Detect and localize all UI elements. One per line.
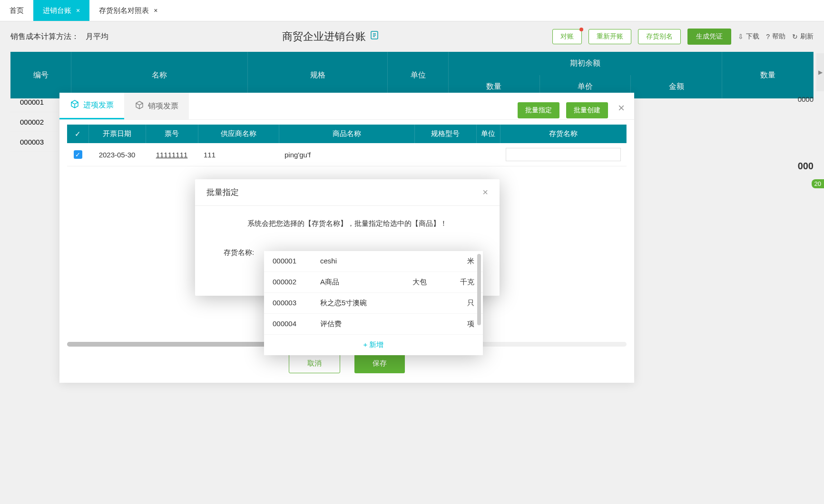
tab-outgoing-invoice[interactable]: 销项发票	[124, 93, 189, 119]
tab-home[interactable]: 首页	[0, 0, 33, 21]
dd-code: 000002	[273, 278, 320, 287]
cell-product: ping'gu'f	[279, 143, 414, 166]
dd-unit: 只	[451, 299, 474, 308]
plus-icon: +	[363, 340, 368, 349]
tab-incoming-invoice[interactable]: 进项发票	[59, 93, 124, 119]
stock-name-dropdown: 000001 ceshi 米 000002 A商品 大包 千克 000003 秋…	[264, 251, 483, 355]
modal-message: 系统会把您选择的【存货名称】，批量指定给选中的【商品】！	[195, 206, 500, 242]
cell-spec	[414, 143, 476, 166]
close-icon[interactable]: ×	[154, 7, 157, 14]
dropdown-item[interactable]: 000003 秋之恋5寸澳碗 只	[264, 293, 483, 314]
panel-footer: 取消 保存	[59, 354, 634, 373]
cube-icon	[135, 100, 144, 112]
dropdown-item[interactable]: 000004 评估费 项	[264, 314, 483, 335]
badge-20[interactable]: 20	[812, 179, 824, 188]
col-product: 商品名称	[279, 125, 414, 143]
dd-name: 秋之恋5寸澳碗	[320, 299, 412, 308]
dd-spec	[412, 257, 451, 266]
dd-unit: 千克	[451, 278, 474, 287]
cube-icon	[70, 99, 79, 111]
row-checkbox[interactable]: ✓	[74, 150, 82, 159]
dd-spec	[412, 299, 451, 308]
cell-supplier: 111	[198, 143, 279, 166]
scrollbar-thumb[interactable]	[67, 342, 291, 347]
dd-name: ceshi	[320, 257, 412, 266]
peek-value-0000: 0000	[798, 95, 814, 103]
tab-outgoing-label: 销项发票	[148, 101, 178, 111]
cell-invoice-no[interactable]: 11111111	[156, 151, 188, 159]
table-row[interactable]: 000003	[10, 132, 58, 152]
dd-unit: 米	[451, 257, 474, 266]
dd-name: 评估费	[320, 320, 412, 329]
col-check[interactable]: ✓	[67, 125, 88, 143]
invoice-table: ✓ 开票日期 票号 供应商名称 商品名称 规格型号 单位 存货名称 ✓ 2023…	[67, 125, 627, 166]
save-button[interactable]: 保存	[354, 354, 405, 373]
tab-ledger[interactable]: 进销台账 ×	[33, 0, 89, 21]
dd-spec	[412, 320, 451, 329]
col-stock-name: 存货名称	[500, 125, 627, 143]
col-invoice-no: 票号	[146, 125, 198, 143]
tab-alias-table[interactable]: 存货别名对照表 ×	[89, 0, 167, 21]
cell-unit	[476, 143, 500, 166]
dd-code: 000001	[273, 257, 320, 266]
alias-button[interactable]: 存货别名	[638, 29, 681, 44]
stock-name-input[interactable]	[506, 148, 621, 161]
dropdown-item[interactable]: 000001 ceshi 米	[264, 251, 483, 272]
col-supplier: 供应商名称	[198, 125, 279, 143]
batch-assign-button[interactable]: 批量指定	[518, 102, 559, 118]
dd-code: 000003	[273, 299, 320, 308]
cell-date: 2023-05-30	[88, 143, 146, 166]
dropdown-item[interactable]: 000002 A商品 大包 千克	[264, 272, 483, 293]
reopen-button[interactable]: 重新开账	[589, 29, 631, 44]
tab-incoming-label: 进项发票	[83, 100, 114, 110]
table-row[interactable]: 000002	[10, 112, 58, 132]
dd-name: A商品	[320, 278, 412, 287]
dd-unit: 项	[451, 320, 474, 329]
modal-title: 批量指定	[206, 187, 239, 198]
panel-actions: 批量指定 批量创建	[518, 102, 608, 118]
col-date: 开票日期	[88, 125, 146, 143]
dd-spec: 大包	[412, 278, 451, 287]
invoice-row[interactable]: ✓ 2023-05-30 11111111 111 ping'gu'f	[67, 143, 627, 166]
dropdown-scrollbar[interactable]	[477, 254, 481, 325]
peek-value-000: 000	[798, 161, 814, 172]
top-tabs: 首页 进销台账 × 存货别名对照表 ×	[0, 0, 824, 21]
side-rows: 000001 000002 000003	[10, 92, 58, 152]
col-spec: 规格型号	[414, 125, 476, 143]
tab-ledger-label: 进销台账	[43, 6, 71, 15]
scroll-right-button[interactable]: ▶	[816, 53, 824, 91]
cancel-button[interactable]: 取消	[289, 354, 340, 373]
tab-alias-label: 存货别名对照表	[99, 6, 149, 15]
add-label: 新增	[369, 340, 383, 349]
reconcile-button[interactable]: 对账	[552, 29, 582, 44]
close-icon[interactable]: ×	[76, 7, 80, 14]
dropdown-add-new[interactable]: + 新增	[264, 335, 483, 355]
table-row[interactable]: 000001	[10, 92, 58, 112]
batch-create-button[interactable]: 批量创建	[566, 102, 608, 118]
col-unit: 单位	[476, 125, 500, 143]
modal-close-icon[interactable]: ×	[482, 187, 488, 198]
dd-code: 000004	[273, 320, 320, 329]
panel-close-icon[interactable]: ×	[618, 101, 625, 115]
modal-header: 批量指定 ×	[195, 179, 500, 206]
